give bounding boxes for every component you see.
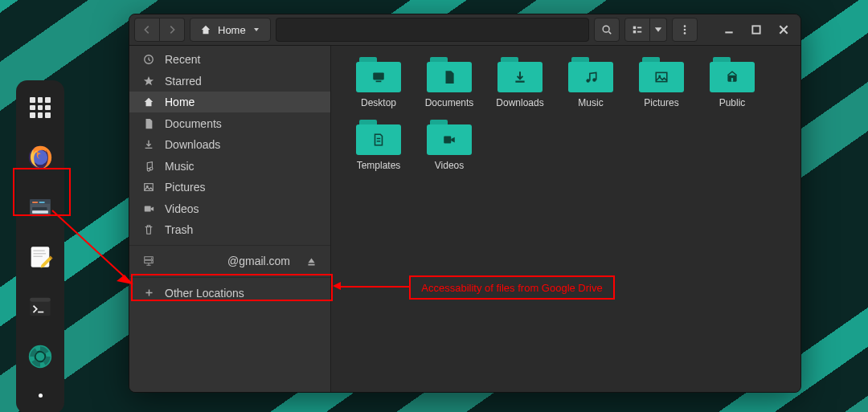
view-options-button[interactable] xyxy=(650,18,667,42)
svg-rect-18 xyxy=(633,27,637,30)
terminal-icon xyxy=(27,293,54,320)
annotation-arrow-head xyxy=(333,282,341,290)
window-minimize-button[interactable] xyxy=(717,18,741,42)
svg-point-24 xyxy=(684,32,686,35)
svg-rect-45 xyxy=(444,137,451,144)
chevron-down-icon xyxy=(252,26,260,34)
content-area[interactable]: Desktop Documents Downloads Music Pictur… xyxy=(331,46,800,392)
sidebar-item-other-locations[interactable]: Other Locations xyxy=(129,282,330,303)
sidebar-label-trash: Trash xyxy=(165,223,193,236)
sidebar-item-downloads[interactable]: Downloads xyxy=(129,134,330,155)
list-view-icon xyxy=(632,24,643,35)
hamburger-menu-button[interactable] xyxy=(672,18,698,42)
arrow-left-icon xyxy=(141,24,153,35)
folder-icon xyxy=(356,57,401,92)
eject-button[interactable] xyxy=(305,255,317,267)
nav-back-button[interactable] xyxy=(134,18,160,42)
close-icon xyxy=(778,24,789,35)
sidebar-label-gdrive: @gmail.com xyxy=(165,255,295,267)
svg-rect-21 xyxy=(637,31,641,33)
svg-point-33 xyxy=(151,258,152,259)
path-home-label: Home xyxy=(218,24,246,36)
dock-firefox[interactable] xyxy=(24,141,56,173)
svg-rect-20 xyxy=(633,31,637,34)
svg-point-34 xyxy=(151,262,152,263)
svg-rect-39 xyxy=(656,72,667,81)
folder-videos[interactable]: Videos xyxy=(418,120,481,171)
kebab-icon xyxy=(679,24,690,35)
svg-rect-6 xyxy=(32,210,48,214)
svg-rect-11 xyxy=(34,256,43,257)
sidebar-item-starred[interactable]: Starred xyxy=(129,70,330,91)
svg-line-46 xyxy=(52,210,133,284)
sidebar-item-documents[interactable]: Documents xyxy=(129,112,330,133)
folder-pictures[interactable]: Pictures xyxy=(630,57,693,108)
folder-music[interactable]: Music xyxy=(559,57,622,108)
location-entry[interactable] xyxy=(276,18,589,42)
dock-files[interactable] xyxy=(24,191,56,223)
maximize-icon xyxy=(751,24,762,35)
annotation-arrow-diag xyxy=(52,210,149,291)
pathbar[interactable]: Home xyxy=(190,18,271,42)
show-applications-button[interactable] xyxy=(24,92,56,124)
sidebar-item-pictures[interactable]: Pictures xyxy=(129,177,330,198)
sidebar-label-recent: Recent xyxy=(165,53,200,66)
folder-desktop[interactable]: Desktop xyxy=(347,57,410,108)
folder-icon xyxy=(710,57,755,92)
sidebar-item-gdrive[interactable]: @gmail.com xyxy=(129,251,330,271)
firefox-icon xyxy=(27,144,54,171)
sidebar-item-recent[interactable]: Recent xyxy=(129,49,330,70)
folder-label: Templates xyxy=(357,160,401,171)
text-editor-icon xyxy=(27,243,54,271)
sidebar-item-trash[interactable]: Trash xyxy=(129,219,330,240)
folder-downloads[interactable]: Downloads xyxy=(489,57,551,108)
window-maximize-button[interactable] xyxy=(744,18,768,42)
folder-label: Public xyxy=(719,97,746,108)
folder-label: Documents xyxy=(425,97,474,108)
files-window: Home Recent Starred Home Documents Downl… xyxy=(129,14,801,393)
sidebar-label-documents: Documents xyxy=(165,117,222,130)
sidebar-item-home[interactable]: Home xyxy=(129,92,330,112)
folder-documents[interactable]: Documents xyxy=(418,57,481,108)
apps-grid-icon xyxy=(30,97,51,118)
folder-icon xyxy=(427,120,472,155)
folder-templates[interactable]: Templates xyxy=(347,120,410,171)
window-close-button[interactable] xyxy=(772,18,796,42)
minimize-icon xyxy=(723,24,735,35)
star-icon xyxy=(142,75,155,88)
svg-rect-14 xyxy=(38,312,43,313)
svg-rect-13 xyxy=(30,298,51,302)
svg-rect-7 xyxy=(32,207,47,210)
sidebar-item-videos[interactable]: Videos xyxy=(129,198,330,218)
svg-rect-4 xyxy=(32,202,38,203)
download-icon xyxy=(142,138,155,151)
clock-icon xyxy=(142,53,155,66)
svg-rect-25 xyxy=(725,31,732,33)
dock-screenshot[interactable] xyxy=(24,341,56,373)
home-icon xyxy=(200,24,211,35)
pictures-icon xyxy=(142,181,155,194)
sidebar-label-other: Other Locations xyxy=(165,287,244,300)
sidebar: Recent Starred Home Documents Downloads … xyxy=(129,46,331,392)
svg-point-22 xyxy=(684,25,686,27)
dock-running-indicator xyxy=(39,394,43,398)
folder-public[interactable]: Public xyxy=(701,57,764,108)
svg-rect-28 xyxy=(145,184,154,191)
icon-grid: Desktop Documents Downloads Music Pictur… xyxy=(347,57,784,171)
folder-icon xyxy=(427,57,472,92)
sidebar-item-music[interactable]: Music xyxy=(129,155,330,176)
nav-forward-button[interactable] xyxy=(160,18,185,42)
folder-label: Pictures xyxy=(644,97,678,108)
titlebar: Home xyxy=(129,14,800,46)
sidebar-label-starred: Starred xyxy=(165,75,202,88)
sidebar-label-downloads: Downloads xyxy=(165,138,220,151)
dock-terminal[interactable] xyxy=(24,291,56,323)
view-toggle-button[interactable] xyxy=(624,18,650,42)
svg-rect-44 xyxy=(377,141,381,141)
folder-icon xyxy=(497,57,542,92)
music-icon xyxy=(142,160,155,173)
sidebar-label-videos: Videos xyxy=(165,202,199,215)
search-button[interactable] xyxy=(594,18,620,42)
svg-rect-9 xyxy=(34,251,45,251)
dock-text-editor[interactable] xyxy=(24,241,56,273)
